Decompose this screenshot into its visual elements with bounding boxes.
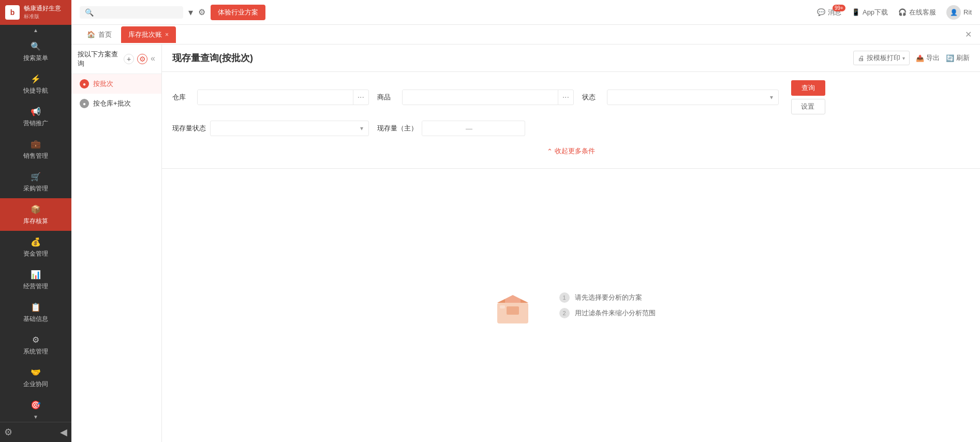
settings-btn[interactable]: 设置 [791,99,825,114]
sidebar-item-sales[interactable]: 💼 销售管理 [0,133,71,166]
collapse-filters-btn[interactable]: ⌃ 收起更多条件 [172,142,970,160]
online-service-btn[interactable]: 🎧 在线客服 [898,8,936,17]
svg-rect-5 [500,305,505,308]
right-content: 现存量查询(按批次) 🖨 按模板打印 ▾ 📤 导出 🔄 刷新 [162,45,980,442]
stock-status-arrow: ▾ [360,125,363,132]
scheme-item-warehouse-batch[interactable]: ● 按仓库+批次 [71,94,161,113]
app-download-btn[interactable]: 📱 App下载 [852,8,888,17]
left-panel-actions: + ⚙ « [124,54,155,64]
filter-product-label: 商品 [377,93,398,102]
query-btn[interactable]: 查询 [791,80,825,96]
collapse-arrow-icon: ⌃ [547,148,553,155]
stock-qty-from[interactable] [422,121,464,136]
product-input-group: ··· [402,90,574,105]
sidebar-item-search[interactable]: 🔍 搜索菜单 [0,35,71,68]
sidebar-item-sales-label: 销售管理 [23,152,48,160]
user-btn[interactable]: 👤 Rit [946,5,972,20]
sidebar-scroll-up[interactable]: ▲ [0,25,71,35]
sidebar-header: b 畅康通好生意 标准版 [0,0,71,25]
sidebar-item-enterprise[interactable]: 🤝 企业协同 [0,361,71,394]
sidebar-item-newuser[interactable]: 🎯 新手引导 [0,394,71,411]
sales-icon: 💼 [30,138,41,150]
print-dropdown-icon[interactable]: ▾ [902,55,905,61]
export-btn[interactable]: 📤 导出 [916,53,940,63]
tab-inventory-batch[interactable]: 库存批次账 × [121,26,176,43]
product-input[interactable] [403,90,558,105]
topbar-gear-icon[interactable]: ⚙ [198,7,205,17]
message-badge: 99+ [833,5,845,11]
filter-row-1: 仓库 ··· 商品 ··· 状态 [172,80,970,114]
sidebar: b 畅康通好生意 标准版 ▲ 🔍 搜索菜单 ⚡ 快捷导航 📢 营销推广 💼 销售… [0,0,71,442]
empty-state: 1 请先选择要分析的方案 2 用过滤条件来缩小分析范围 [162,169,980,442]
sidebar-item-finance-label: 资金管理 [23,249,48,258]
left-panel: 按以下方案查询 + ⚙ « ● 按批次 ● 按仓库+批次 [71,45,162,442]
topbar-search-box[interactable]: 🔍 [80,6,183,19]
basics-icon: 📋 [30,301,41,313]
sidebar-item-operations[interactable]: 📊 经营管理 [0,263,71,296]
stock-qty-to[interactable] [474,121,516,136]
scheme-icon-active: ● [80,79,89,89]
product-dots-btn[interactable]: ··· [558,90,573,105]
sidebar-item-system[interactable]: ⚙ 系统管理 [0,329,71,361]
sidebar-item-search-label: 搜索菜单 [23,54,48,63]
sidebar-scroll-down[interactable]: ▼ [0,411,71,422]
tab-home[interactable]: 🏠 首页 [80,26,119,43]
quick-nav-icon: ⚡ [30,73,41,84]
filter-product: 商品 ··· [377,90,574,105]
svg-rect-4 [507,306,519,315]
topbar-dropdown-icon[interactable]: ▾ [188,7,193,18]
scheme-item-batch[interactable]: ● 按批次 [71,74,161,94]
empty-step-2: 2 用过滤条件来缩小分析范围 [559,308,656,318]
sidebar-app-info: 畅康通好生意 标准版 [24,5,61,20]
topbar-search-input[interactable] [97,9,174,16]
filter-area: 仓库 ··· 商品 ··· 状态 [162,72,980,169]
sidebar-settings-btn[interactable]: ⚙ [4,426,12,438]
sidebar-logo: b [5,5,20,20]
status-select[interactable]: ▾ [607,90,779,105]
topbar: 🔍 ▾ ⚙ 体验行业方案 💬 消息 99+ 📱 App下载 🎧 在线客服 👤 R [71,0,980,25]
enterprise-icon: 🤝 [30,366,41,378]
filter-status: 状态 ▾ [582,90,779,105]
trial-btn[interactable]: 体验行业方案 [211,5,265,20]
inventory-icon: 📦 [30,203,41,215]
sidebar-item-basics[interactable]: 📋 基础信息 [0,296,71,329]
print-icon: 🖨 [858,54,865,62]
filter-warehouse: 仓库 ··· [172,90,369,105]
sidebar-item-purchase[interactable]: 🛒 采购管理 [0,166,71,198]
sidebar-collapse-btn[interactable]: ◀ [60,426,67,438]
sidebar-item-finance[interactable]: 💰 资金管理 [0,231,71,263]
sidebar-item-inventory[interactable]: 📦 库存核算 [0,198,71,231]
page-header-actions: 🖨 按模板打印 ▾ 📤 导出 🔄 刷新 [853,51,970,65]
refresh-btn[interactable]: 🔄 刷新 [946,53,970,63]
filter-warehouse-label: 仓库 [172,93,193,102]
user-label: Rit [963,8,972,16]
left-panel-title: 按以下方案查询 [78,50,120,68]
panel-collapse-btn[interactable]: « [151,54,155,64]
sidebar-item-marketing[interactable]: 📢 营销推广 [0,100,71,133]
warehouse-dots-btn[interactable]: ··· [353,90,368,105]
export-icon: 📤 [916,54,924,62]
sidebar-item-enterprise-label: 企业协同 [23,380,48,389]
message-icon: 💬 [817,8,825,16]
sidebar-nav: 🔍 搜索菜单 ⚡ 快捷导航 📢 营销推广 💼 销售管理 🛒 采购管理 📦 库存核… [0,35,71,411]
sidebar-subtitle: 标准版 [24,13,61,20]
print-btn[interactable]: 🖨 按模板打印 ▾ [853,51,910,65]
message-btn[interactable]: 💬 消息 99+ [817,8,841,17]
scheme-item-batch-label: 按批次 [93,79,113,89]
scheme-gear-btn[interactable]: ⚙ [137,54,147,64]
purchase-icon: 🛒 [30,171,41,182]
step-num-2: 2 [559,308,570,318]
tab-close-btn[interactable]: × [165,31,169,38]
scheme-item-warehouse-batch-label: 按仓库+批次 [93,99,131,108]
warehouse-input[interactable] [198,90,353,105]
sidebar-item-quick-nav[interactable]: ⚡ 快捷导航 [0,68,71,100]
stock-qty-range: — [422,121,525,136]
left-panel-header: 按以下方案查询 + ⚙ « [71,45,161,74]
stock-status-select[interactable]: ▾ [210,121,369,136]
tabs-close-all-btn[interactable]: ✕ [965,30,972,39]
add-scheme-btn[interactable]: + [124,54,134,64]
empty-illustration [487,279,539,331]
sidebar-item-marketing-label: 营销推广 [23,119,48,128]
home-icon: 🏠 [87,31,95,38]
sidebar-item-inventory-label: 库存核算 [23,217,48,226]
